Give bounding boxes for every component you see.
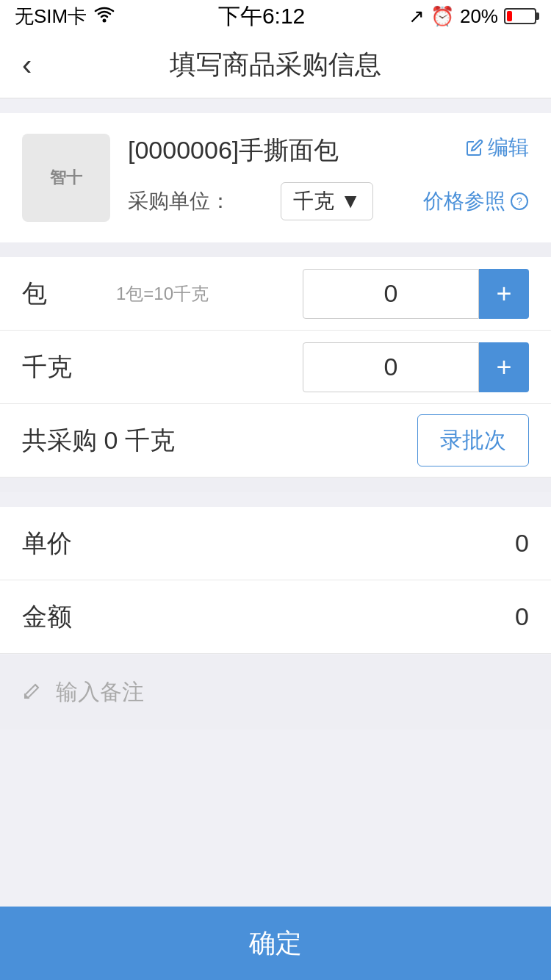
product-card: 智十 [0000006]手撕面包 编辑 采购单位： 千克 ▼ xyxy=(0,113,551,242)
back-button[interactable]: ‹ xyxy=(22,48,32,82)
svg-point-0 xyxy=(103,18,107,22)
kg-plus-button[interactable]: + xyxy=(479,342,529,392)
bag-sublabel: 1包=10千克 xyxy=(116,282,209,306)
product-name: [0000006]手撕面包 xyxy=(128,134,339,167)
kg-input-right: + xyxy=(303,342,529,392)
kg-input-row: 千克 + xyxy=(0,331,551,404)
total-row: 共采购 0 千克 录批次 xyxy=(0,404,551,478)
input-section: 包 1包=10千克 + 千克 + xyxy=(0,257,551,404)
amount-row: 金额 0 xyxy=(0,580,551,654)
nav-bar: ‹ 填写商品采购信息 xyxy=(0,32,551,98)
total-label: 共采购 0 千克 xyxy=(22,424,175,458)
unit-price-value: 0 xyxy=(515,529,529,558)
section-divider-2 xyxy=(0,478,551,492)
status-bar-left: 无SIM卡 xyxy=(15,4,115,29)
confirm-button[interactable]: 确定 xyxy=(0,907,551,980)
unit-price-row: 单价 0 xyxy=(0,507,551,580)
record-batch-button[interactable]: 录批次 xyxy=(417,414,529,466)
bag-quantity-input[interactable] xyxy=(303,269,479,319)
bag-plus-button[interactable]: + xyxy=(479,269,529,319)
location-icon: ↗ xyxy=(408,5,425,28)
section-divider xyxy=(0,242,551,257)
wifi-icon xyxy=(94,5,115,28)
battery-icon xyxy=(504,8,536,24)
product-logo: 智十 xyxy=(50,167,82,189)
bag-input-right: + xyxy=(303,269,529,319)
blank-area xyxy=(0,729,551,920)
amount-label: 金额 xyxy=(22,600,72,634)
unit-value: 千克 xyxy=(293,187,334,215)
unit-dropdown-icon: ▼ xyxy=(340,190,361,213)
bag-input-row: 包 1包=10千克 + xyxy=(0,257,551,331)
price-section: 单价 0 金额 0 xyxy=(0,507,551,654)
status-bar: 无SIM卡 下午6:12 ↗ ⏰ 20% xyxy=(0,0,551,32)
kg-quantity-input[interactable] xyxy=(303,342,479,392)
price-ref-button[interactable]: 价格参照 ? xyxy=(423,187,529,215)
amount-value: 0 xyxy=(515,602,529,631)
svg-text:?: ? xyxy=(516,195,522,207)
unit-label: 采购单位： xyxy=(128,187,231,215)
alarm-icon: ⏰ xyxy=(431,5,454,28)
page-title: 填写商品采购信息 xyxy=(170,47,381,83)
note-input-placeholder: 输入备注 xyxy=(56,677,144,707)
status-bar-right: ↗ ⏰ 20% xyxy=(408,5,536,28)
product-image: 智十 xyxy=(22,134,110,222)
product-header: [0000006]手撕面包 编辑 xyxy=(128,134,529,167)
purchase-unit-row: 采购单位： 千克 ▼ 价格参照 ? xyxy=(128,182,529,220)
carrier-label: 无SIM卡 xyxy=(15,4,87,29)
note-section[interactable]: 输入备注 xyxy=(0,655,551,729)
kg-label: 千克 xyxy=(22,350,110,384)
bag-label: 包 xyxy=(22,277,110,311)
battery-percent: 20% xyxy=(460,5,498,28)
status-bar-time: 下午6:12 xyxy=(218,1,305,32)
unit-price-label: 单价 xyxy=(22,527,72,561)
unit-select[interactable]: 千克 ▼ xyxy=(281,182,373,220)
edit-button[interactable]: 编辑 xyxy=(466,134,529,162)
pencil-icon xyxy=(22,679,44,706)
product-info: [0000006]手撕面包 编辑 采购单位： 千克 ▼ 价格参照 xyxy=(128,134,529,220)
